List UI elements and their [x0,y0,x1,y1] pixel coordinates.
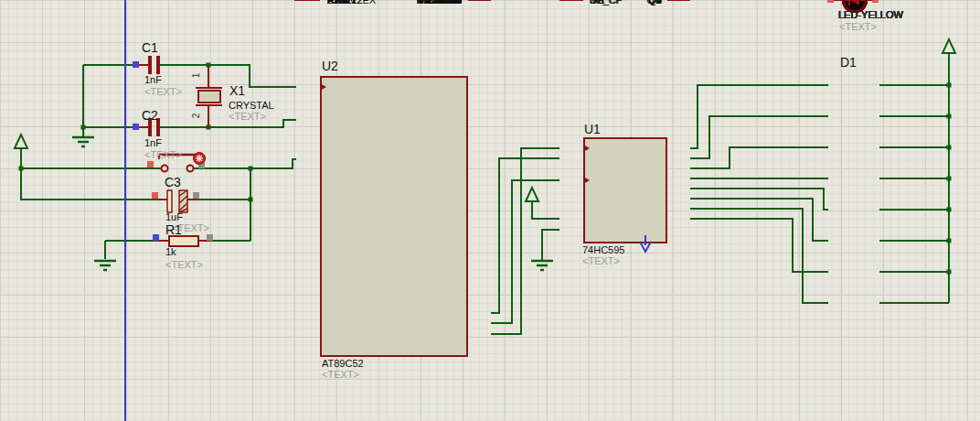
c1-ref[interactable]: C1 [142,40,158,55]
c3-value[interactable]: 1uF [165,211,183,222]
sheet-border-line [124,0,126,421]
pin-name: P3.7/RD [423,0,462,5]
x1-pin1-label: 1 [191,73,201,79]
pin-name: Q7' [646,0,662,5]
capacitor-c1[interactable] [148,56,160,74]
r1-ref[interactable]: R1 [165,222,182,237]
u2-ref[interactable]: U2 [322,59,338,73]
c1-text-placeholder: <TEXT> [144,86,182,97]
u1-ref[interactable]: U1 [584,122,601,136]
pin-stub [294,0,320,1]
u2-text-placeholder: <TEXT> [322,369,359,380]
c2-value[interactable]: 1nF [144,137,162,148]
x1-ref[interactable]: X1 [229,83,245,98]
u2-part-number[interactable]: AT89C52 [322,358,364,369]
pin-name: OE [590,0,604,5]
pin-arrow-icons [320,83,590,184]
d1-ref[interactable]: D1 [840,55,857,70]
c3-ref[interactable]: C3 [165,175,181,189]
wires-and-symbols-layer [0,0,980,421]
crystal-x1[interactable] [196,88,222,105]
c1-value[interactable]: 1nF [144,74,162,85]
led-terminal-left[interactable] [827,0,834,3]
x1-text-placeholder: <TEXT> [229,111,266,122]
pin-stub [667,0,690,1]
x1-pin2-label: 2 [191,113,201,119]
resistor-r1[interactable] [169,236,198,246]
c2-text-placeholder: <TEXT> [144,149,182,160]
capacitor-c3[interactable] [167,190,187,212]
u1-ground-marker[interactable] [640,235,651,252]
x1-value[interactable]: CRYSTAL [229,100,274,111]
u1-text-placeholder: <TEXT> [582,255,620,266]
led-terminal-right[interactable] [872,0,879,3]
pin-name: P1.7 [327,0,348,5]
r1-value[interactable]: 1k [165,246,176,257]
led-type-label: LED-YELLOW [838,9,903,20]
r1-text-placeholder: <TEXT> [165,259,203,270]
u1-part-number[interactable]: 74HC595 [582,244,624,255]
schematic-canvas: 19 XTAL1 18 XTAL2 9 RST 29 PSEN 30 [0,0,980,421]
c2-ref[interactable]: C2 [142,108,158,123]
pin-stub [559,0,583,1]
led-text-placeholder: <TEXT> [839,21,877,32]
pin-stub [468,0,491,1]
